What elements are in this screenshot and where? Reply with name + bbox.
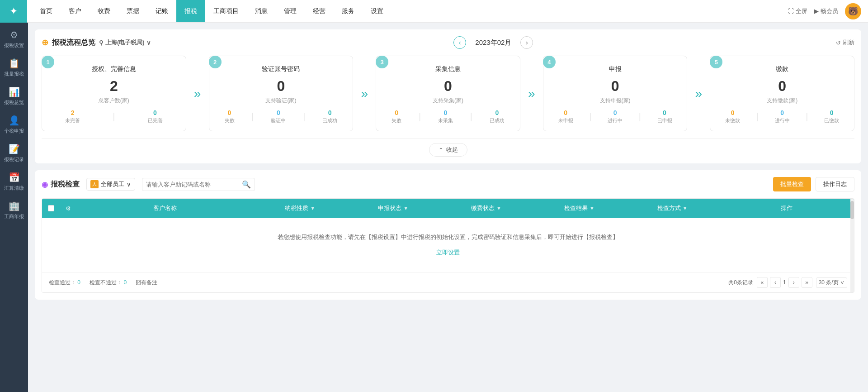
employee-selector[interactable]: 人 全部员工 ∨: [86, 178, 135, 191]
step-title-4: 缴款: [717, 65, 847, 73]
filter-icon-2[interactable]: ▼: [403, 206, 408, 211]
total-records: 共0条记录: [728, 279, 753, 287]
prev-page-btn[interactable]: ‹: [770, 277, 781, 288]
sidebar-item-0[interactable]: ⚙报税设置: [0, 25, 28, 53]
nav-items: 首页客户收费票据记账报税工商项目消息管理经营服务设置: [27, 0, 788, 22]
sidebar-item-2[interactable]: 📊报税总览: [0, 82, 28, 110]
fullscreen-btn[interactable]: ⛶ 全屏: [788, 7, 807, 15]
nav-item-经营[interactable]: 经营: [305, 0, 334, 22]
sidebar-label-1: 批量报税: [4, 71, 24, 77]
nav-item-首页[interactable]: 首页: [32, 0, 61, 22]
tax-check-table: ⚙ 客户名称 纳税性质 ▼ 申报状态 ▼ 缴费状态 ▼ 检查: [42, 198, 854, 293]
step-sub-item-1-2: 0 已成功: [322, 109, 337, 124]
sub-label-4-1: 进行中: [775, 117, 790, 124]
search-box: 🔍: [142, 178, 255, 191]
sidebar-item-4[interactable]: 📝报税记录: [0, 139, 28, 167]
filter-icon-1[interactable]: ▼: [310, 206, 315, 211]
th-tax-nature: 纳税性质 ▼: [254, 199, 347, 218]
empty-msg-text: 若您想使用报税检查功能，请先在【报税设置】中进行报税的初始化设置，完成密码验证和…: [278, 231, 618, 243]
nav-item-记账[interactable]: 记账: [147, 0, 176, 22]
filter-icon-5[interactable]: ▼: [683, 206, 688, 211]
nav-item-报税[interactable]: 报税: [176, 0, 205, 22]
sub-label-1-1: 验证中: [271, 117, 286, 124]
divider: |: [470, 111, 472, 122]
sidebar-item-6[interactable]: 🏢工商年报: [0, 196, 28, 225]
step-num-2: 3: [376, 56, 388, 68]
step-sub-item-2-1: 0 未采集: [438, 109, 453, 124]
last-page-btn[interactable]: »: [802, 277, 812, 288]
header-checkbox[interactable]: [48, 205, 54, 211]
nav-item-收费[interactable]: 收费: [90, 0, 118, 22]
th-checkbox[interactable]: [42, 199, 60, 218]
location-text: 上海(电子税局): [105, 38, 145, 47]
page-nav: « ‹ 1 › »: [757, 277, 812, 288]
table-footer: 检查通过： 0 检查不通过： 0 囧有备注 共0条记录 « ‹ 1: [42, 272, 854, 292]
sub-num-2-1: 0: [444, 109, 448, 116]
step-sub-item-4-0: 0 未缴款: [725, 109, 740, 124]
sub-label-3-0: 未申报: [558, 117, 573, 124]
sidebar-icon-5: 📅: [9, 172, 20, 183]
main-content: ⊕ 报税流程总览 ⚲ 上海(电子税局) ∨ ‹ 2023年02月 › ↺ 刷新 …: [28, 23, 868, 392]
collapse-label: 收起: [446, 146, 458, 154]
operation-log-button[interactable]: 操作日志: [816, 177, 854, 191]
sub-num-4-1: 0: [780, 109, 784, 116]
divider: |: [589, 111, 591, 122]
search-input[interactable]: [146, 181, 242, 188]
refresh-btn[interactable]: ↺ 刷新: [836, 38, 854, 47]
sidebar-item-1[interactable]: 📋批量报税: [0, 53, 28, 82]
pass-count[interactable]: 0: [77, 279, 80, 286]
scrollbar-thumb[interactable]: [850, 201, 854, 219]
table-header: ⚙ 客户名称 纳税性质 ▼ 申报状态 ▼ 缴费状态 ▼ 检查: [42, 199, 854, 218]
per-page-selector[interactable]: 30 条/页 ∨: [816, 277, 847, 288]
sidebar-label-4: 报税记录: [4, 156, 24, 163]
nav-item-票据[interactable]: 票据: [118, 0, 147, 22]
step-sub-item-0-1: 0 已完善: [148, 109, 163, 124]
nav-item-工商项目[interactable]: 工商项目: [205, 0, 247, 22]
first-page-btn[interactable]: «: [757, 277, 768, 288]
next-page-btn[interactable]: ›: [788, 277, 799, 288]
sub-num-3-1: 0: [613, 109, 617, 116]
next-month-btn[interactable]: ›: [520, 36, 533, 49]
th-gear[interactable]: ⚙: [60, 199, 76, 218]
step-title-1: 验证账号密码: [216, 65, 346, 73]
fail-count[interactable]: 0: [123, 279, 127, 286]
batch-check-button[interactable]: 批量检查: [773, 177, 811, 191]
step-num-0: 1: [42, 56, 54, 68]
setup-link[interactable]: 立即设置: [436, 249, 460, 256]
nav-item-服务[interactable]: 服务: [334, 0, 363, 22]
step-title-2: 采集信息: [383, 65, 513, 73]
table-scrollbar[interactable]: [850, 199, 854, 292]
step-sub-item-4-2: 0 已缴款: [824, 109, 839, 124]
filter-icon-4[interactable]: ▼: [590, 206, 594, 211]
sub-label-0-0: 未完善: [65, 117, 80, 124]
collapse-btn[interactable]: ⌃ 收起: [429, 143, 467, 157]
employee-label: 全部员工: [101, 180, 124, 188]
flow-location[interactable]: ⚲ 上海(电子税局) ∨: [99, 38, 151, 47]
sub-num-3-2: 0: [663, 109, 666, 116]
filter-icon-3[interactable]: ▼: [496, 206, 501, 211]
nav-item-客户[interactable]: 客户: [61, 0, 90, 22]
sub-num-1-0: 0: [228, 109, 231, 116]
note-label: 囧有备注: [136, 279, 157, 287]
prev-month-btn[interactable]: ‹: [453, 36, 466, 49]
sidebar-item-5[interactable]: 📅汇算清缴: [0, 167, 28, 196]
employee-icon: 人: [90, 180, 99, 188]
step-count-0: 2: [49, 78, 179, 95]
step-card-4: 5 缴款 0 支持缴款(家) 0 未缴款 | 0 进行中 | 0 已缴款: [710, 56, 854, 131]
step-sub-item-1-1: 0 验证中: [271, 109, 286, 124]
search-icon[interactable]: 🔍: [242, 180, 251, 189]
nav-item-设置[interactable]: 设置: [363, 0, 392, 22]
nav-item-管理[interactable]: 管理: [276, 0, 305, 22]
sidebar-item-3[interactable]: 👤个税申报: [0, 110, 28, 139]
sub-label-1-2: 已成功: [322, 117, 337, 124]
step-label-0: 总客户数(家): [49, 97, 179, 105]
member-btn[interactable]: ▶ 畅会员: [814, 7, 838, 15]
collapse-icon: ⌃: [439, 147, 443, 153]
sub-label-2-2: 已成功: [490, 117, 505, 124]
step-sub-item-0-0: 2 未完善: [65, 109, 80, 124]
sub-num-2-2: 0: [495, 109, 499, 116]
sidebar-label-3: 个税申报: [4, 128, 24, 134]
nav-item-消息[interactable]: 消息: [247, 0, 276, 22]
sidebar-icon-6: 🏢: [9, 201, 20, 211]
logo-icon: ✦: [9, 5, 18, 17]
